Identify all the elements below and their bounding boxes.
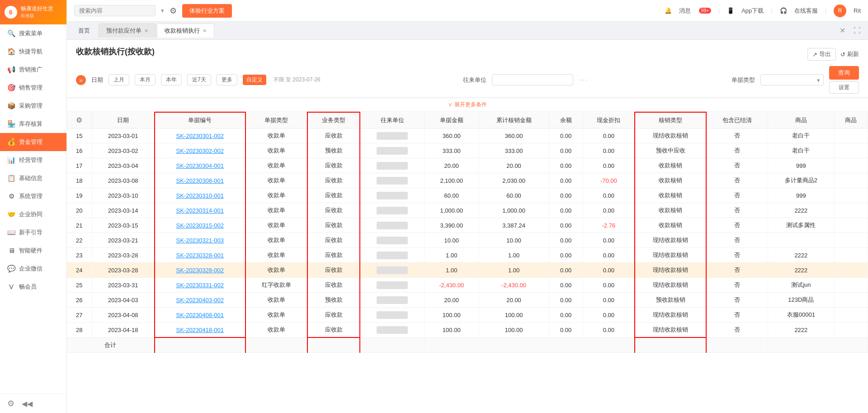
sidebar-item-purchase[interactable]: 📦 采购管理 xyxy=(0,97,66,115)
doc-type-select[interactable] xyxy=(760,74,824,85)
sidebar-item-label: 企业微信 xyxy=(19,265,42,273)
tab-verify[interactable]: 收款核销执行 ✕ xyxy=(157,24,214,38)
filter-custom-button[interactable]: 自定义 xyxy=(243,75,266,85)
sidebar-item-marketing[interactable]: 📢 营销推广 xyxy=(0,61,66,79)
col-settings[interactable]: ⚙ xyxy=(67,112,92,128)
prepayment-tab-close[interactable]: ✕ xyxy=(144,28,148,34)
sidebar-item-hardware[interactable]: 🖥 智能硬件 xyxy=(0,242,66,260)
filter-date-7days[interactable]: 近7天 xyxy=(187,74,211,85)
doc-no-link[interactable]: SK-20230408-001 xyxy=(176,312,224,318)
doc-no-link[interactable]: SK-20230403-002 xyxy=(176,297,224,304)
row-no: 25 xyxy=(67,278,92,293)
doc-no-link[interactable]: SK-20230328-001 xyxy=(176,252,224,259)
sidebar-item-sales[interactable]: 🎯 销售管理 xyxy=(0,79,66,97)
tab-expand-icon[interactable]: ⛶ xyxy=(850,27,864,35)
row-discount: 0.00 xyxy=(583,308,635,323)
row-goods2 xyxy=(834,293,868,308)
sidebar-item-member[interactable]: V 畅会员 xyxy=(0,278,66,296)
row-included: 否 xyxy=(706,323,768,338)
doc-no-link[interactable]: SK-20230315-002 xyxy=(176,222,224,229)
doc-no-link[interactable]: SK-20230301-002 xyxy=(176,133,224,139)
row-goods2 xyxy=(834,263,868,278)
filter-date-more[interactable]: 更多 xyxy=(217,74,237,85)
row-amount: 100.00 xyxy=(425,308,479,323)
filter-date-this-month[interactable]: 本月 xyxy=(135,74,156,85)
doc-no-link[interactable]: SK-20230314-001 xyxy=(176,207,224,214)
col-discount: 现金折扣 xyxy=(583,112,635,128)
row-amount: 20.00 xyxy=(425,158,479,173)
row-goods1: 衣服00001 xyxy=(768,308,834,323)
sidebar-item-wechat[interactable]: 💬 企业微信 xyxy=(0,260,66,278)
row-goods1: 2222 xyxy=(768,203,834,218)
tab-home[interactable]: 首页 xyxy=(71,24,98,38)
sidebar-bottom: ⚙ ◀◀ xyxy=(0,394,66,413)
topbar-settings-icon[interactable]: ⚙ xyxy=(170,6,177,16)
page-header-actions: ↗ 导出 ↺ 刷新 xyxy=(807,48,859,61)
solution-button[interactable]: 体验行业方案 xyxy=(182,4,232,18)
expand-more-btn[interactable]: ∨ 展开更多条件 xyxy=(67,98,868,112)
row-discount: 0.00 xyxy=(583,248,635,263)
doc-no-link[interactable]: SK-20230328-002 xyxy=(176,267,224,274)
sidebar-item-quicknav[interactable]: 🏠 快捷导航 xyxy=(0,43,66,61)
user-name[interactable]: Rit xyxy=(854,7,861,14)
row-discount: 0.00 xyxy=(583,233,635,248)
doc-no-link[interactable]: SK-20230304-001 xyxy=(176,162,224,169)
col-goods2: 商品 xyxy=(834,112,868,128)
app-download-label[interactable]: App下载 xyxy=(741,7,764,15)
sidebar-item-finance[interactable]: 💰 资金管理 xyxy=(0,133,66,151)
refresh-icon: ↺ xyxy=(840,51,845,58)
export-button[interactable]: ↗ 导出 xyxy=(807,48,836,61)
wechat-nav-icon: 💬 xyxy=(7,265,15,273)
sidebar-item-inventory[interactable]: 🏪 库存核算 xyxy=(0,115,66,133)
partner-filter-input[interactable] xyxy=(492,74,573,85)
sidebar-item-guide[interactable]: 📖 新手引导 xyxy=(0,223,66,242)
sidebar-item-collab[interactable]: 🤝 企业协同 xyxy=(0,205,66,223)
doc-no-link[interactable]: SK-20230308-001 xyxy=(176,177,224,184)
footer-goods1 xyxy=(768,337,834,352)
verify-tab-close[interactable]: ✕ xyxy=(203,28,207,34)
row-goods1: 2222 xyxy=(768,248,834,263)
doc-no-link[interactable]: SK-20230321-003 xyxy=(176,237,224,244)
search-input[interactable] xyxy=(74,5,156,16)
filter-expand-button[interactable]: » xyxy=(76,75,86,85)
message-label[interactable]: 消息 xyxy=(679,7,691,15)
tab-prepayment[interactable]: 预付款应付单 ✕ xyxy=(99,24,156,38)
collapse-icon[interactable]: ◀◀ xyxy=(22,399,33,408)
row-doc-type: 收款单 xyxy=(245,173,307,188)
row-partner xyxy=(360,263,424,278)
doc-no-link[interactable]: SK-20230302-002 xyxy=(176,147,224,154)
doc-no-link[interactable]: SK-20230331-002 xyxy=(176,282,224,289)
row-balance: 0.00 xyxy=(549,188,583,203)
row-doc-no: SK-20230310-001 xyxy=(155,188,245,203)
tab-close-all-icon[interactable]: ✕ xyxy=(836,26,849,35)
filter-date-this-year[interactable]: 本年 xyxy=(161,74,182,85)
chevron-down-icon: ▾ xyxy=(161,7,164,14)
footer-balance xyxy=(549,337,583,352)
row-date: 2023-03-04 xyxy=(92,158,155,173)
sidebar-item-basic[interactable]: 📋 基础信息 xyxy=(0,169,66,187)
sidebar-item-search[interactable]: 🔍 搜索菜单 xyxy=(0,24,66,43)
row-amount: 100.00 xyxy=(425,323,479,338)
row-verify-type: 收款核销 xyxy=(635,218,706,233)
row-verify-type: 现结收款核销 xyxy=(635,263,706,278)
table-row: 22 2023-03-21 SK-20230321-003 收款单 应收款 10… xyxy=(67,233,868,248)
sidebar-item-system[interactable]: ⚙ 系统管理 xyxy=(0,187,66,205)
doc-no-link[interactable]: SK-20230418-001 xyxy=(176,327,224,333)
refresh-button[interactable]: ↺ 刷新 xyxy=(840,50,859,58)
row-doc-no: SK-20230408-001 xyxy=(155,308,245,323)
filter-settings-button[interactable]: 设置 xyxy=(829,81,859,94)
online-support-label[interactable]: 在线客服 xyxy=(794,7,818,15)
sidebar-item-operation[interactable]: 📊 经营管理 xyxy=(0,151,66,169)
table-container[interactable]: ⚙ 日期 单据编号 单据类型 业务类型 往来单位 单据金额 累计核销金额 余额 … xyxy=(67,112,868,413)
col-doc-no: 单据编号 xyxy=(155,112,245,128)
hardware-nav-icon: 🖥 xyxy=(7,247,15,254)
doc-no-link[interactable]: SK-20230310-001 xyxy=(176,192,224,199)
settings-bottom-icon[interactable]: ⚙ xyxy=(7,399,14,408)
filter-date-prev-month[interactable]: 上月 xyxy=(108,74,129,85)
table-row: 16 2023-03-02 SK-20230302-002 收款单 预收款 33… xyxy=(67,143,868,158)
row-biz-type: 应收款 xyxy=(307,203,360,218)
row-no: 27 xyxy=(67,308,92,323)
row-date: 2023-03-21 xyxy=(92,233,155,248)
query-button[interactable]: 查询 xyxy=(829,66,859,80)
tabbar: 首页 预付款应付单 ✕ 收款核销执行 ✕ ✕ ⛶ xyxy=(67,22,868,40)
